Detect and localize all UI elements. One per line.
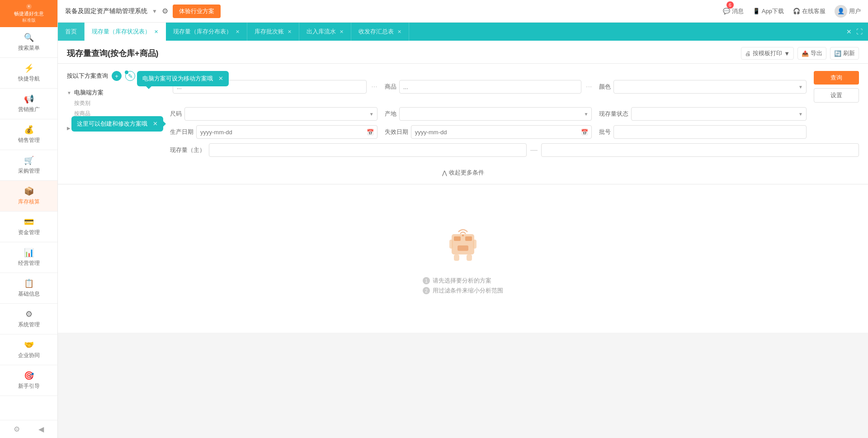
tooltip-1-text: 电脑方案可设为移动方案哦	[142, 75, 213, 82]
filter-label: 按以下方案查询	[67, 72, 108, 80]
tab-summary[interactable]: 收发存汇总表 ✕	[351, 23, 409, 41]
tab-home[interactable]: 首页	[58, 23, 85, 41]
origin-label: 产地	[385, 110, 396, 118]
sidebar-item-management[interactable]: 📊 经营管理	[0, 242, 57, 273]
collapse-label: 收起更多条件	[449, 169, 484, 177]
tab-flow-close[interactable]: ✕	[340, 29, 344, 35]
expiry-date-input[interactable]	[411, 125, 592, 139]
tooltip-1-close[interactable]: ✕	[218, 75, 223, 82]
print-label: 按模板打印	[753, 49, 782, 57]
stock-status-select[interactable]	[631, 107, 807, 121]
collapse-row[interactable]: ⋀ 收起更多条件	[67, 165, 859, 177]
sidebar-item-purchase[interactable]: 🛒 采购管理	[0, 150, 57, 181]
tab-inventory-status-close[interactable]: ✕	[154, 29, 158, 35]
dash-separator: —	[530, 146, 538, 154]
print-dropdown-icon: ▼	[784, 50, 790, 57]
empty-tip-2: 2 用过滤条件来缩小分析范围	[423, 287, 503, 295]
sidebar-item-inventory[interactable]: 📦 库存核算	[0, 181, 57, 212]
sidebar-item-marketing[interactable]: 📢 营销推广	[0, 89, 57, 119]
logo-badge: 标准版	[22, 17, 36, 24]
category-item-label: 按类别	[74, 99, 90, 107]
production-date-start[interactable]	[196, 125, 377, 139]
sidebar-item-basic-info[interactable]: 📋 基础信息	[0, 273, 57, 304]
refresh-icon: 🔄	[834, 50, 841, 57]
sidebar-collapse-icon[interactable]: ◀	[38, 425, 44, 433]
collapse-up-icon: ⋀	[442, 170, 447, 176]
sidebar-item-system[interactable]: ⚙ 系统管理	[0, 304, 57, 334]
experience-button[interactable]: 体验行业方案	[173, 5, 221, 18]
quick-nav-icon: ⚡	[24, 63, 34, 73]
tab-inventory-distribution[interactable]: 现存量（库存分布表） ✕	[166, 23, 247, 41]
logo-text: 畅捷通好生意	[14, 10, 44, 17]
print-button[interactable]: 🖨 按模板打印 ▼	[741, 47, 794, 60]
header-left: 装备及固定资产辅助管理系统 ▼ ⚙ 体验行业方案	[65, 5, 221, 18]
filter-stock-status: 现存量状态 ▼	[599, 107, 807, 121]
query-button[interactable]: 查询	[814, 71, 859, 85]
tabs-bar: 首页 现存量（库存状况表） ✕ 现存量（库存分布表） ✕ 库存批次账 ✕ 出入库…	[58, 23, 868, 41]
tab-inventory-distribution-close[interactable]: ✕	[236, 29, 240, 35]
tab-expand-icon[interactable]: ⛶	[856, 28, 863, 35]
filter-expiry-date: 失效日期 📅	[385, 125, 592, 139]
main-area: 装备及固定资产辅助管理系统 ▼ ⚙ 体验行业方案 💬 6 消息 📱 App下载 …	[58, 0, 868, 438]
sidebar-item-sales[interactable]: 💰 销售管理	[0, 119, 57, 150]
stock-main-start[interactable]	[209, 143, 527, 157]
add-scheme-button[interactable]: +	[112, 71, 122, 81]
refresh-button[interactable]: 🔄 刷新	[830, 47, 859, 60]
filter-size: 尺码 ▼	[170, 107, 377, 121]
inventory-icon: 📦	[24, 186, 34, 196]
header-settings-icon[interactable]: ⚙	[162, 7, 168, 15]
goods-dots[interactable]: ···	[586, 83, 592, 91]
filter-origin: 产地 ▼	[385, 107, 592, 121]
logo-icon: 6	[21, 4, 37, 9]
color-select-wrapper: ▼	[613, 80, 807, 94]
pc-scheme-label: 电脑端方案	[74, 89, 104, 97]
online-support-label: 在线客服	[802, 7, 826, 15]
tab-flow[interactable]: 出入库流水 ✕	[299, 23, 351, 41]
online-support-action[interactable]: 🎧 在线客服	[793, 7, 826, 15]
sidebar-item-enterprise[interactable]: 🤝 企业协同	[0, 334, 57, 365]
sidebar-item-guide[interactable]: 🎯 新手引导	[0, 365, 57, 396]
size-select[interactable]	[184, 107, 377, 121]
stock-status-select-wrapper: ▼	[631, 107, 807, 121]
tab-batch-account-close[interactable]: ✕	[288, 29, 292, 35]
page-title: 现存量查询(按仓库+商品)	[67, 48, 159, 59]
scheme-by-category[interactable]: 按类别	[74, 98, 162, 108]
tab-inventory-status[interactable]: 现存量（库存状况表） ✕	[85, 23, 166, 41]
stock-main-end[interactable]	[541, 143, 859, 157]
edit-icon: ✎	[128, 73, 133, 80]
calendar-icon-1[interactable]: 📅	[367, 129, 374, 136]
system-name: 装备及固定资产辅助管理系统	[65, 7, 147, 15]
filter-goods: 商品 ···	[385, 80, 592, 94]
user-action[interactable]: 👤 用户	[835, 5, 861, 18]
message-icon: 💬	[723, 8, 730, 14]
marketing-icon: 📢	[24, 94, 34, 104]
calendar-icon-2[interactable]: 📅	[581, 129, 588, 136]
warehouse-dots[interactable]: ···	[371, 83, 377, 91]
goods-input[interactable]	[399, 80, 581, 94]
svg-rect-6	[449, 240, 453, 249]
color-select[interactable]	[613, 80, 807, 94]
edit-scheme-button[interactable]: ✎	[125, 71, 135, 81]
sidebar-item-quick-nav[interactable]: ⚡ 快捷导航	[0, 58, 57, 89]
sidebar: 6 畅捷通好生意 标准版 🔍 搜索菜单 ⚡ 快捷导航 📢 营销推广 💰 销售管理…	[0, 0, 58, 438]
system-dropdown-icon[interactable]: ▼	[152, 8, 157, 14]
message-badge: 6	[726, 1, 734, 9]
sidebar-item-finance[interactable]: 💳 资金管理	[0, 212, 57, 242]
header-right: 💬 6 消息 📱 App下载 🎧 在线客服 👤 用户	[723, 5, 861, 18]
size-select-wrapper: ▼	[184, 107, 377, 121]
tab-close-all-icon[interactable]: ✕	[846, 28, 852, 35]
tab-summary-close[interactable]: ✕	[397, 29, 401, 35]
origin-select[interactable]	[399, 107, 592, 121]
export-button[interactable]: 📤 导出	[797, 47, 826, 60]
sidebar-settings-icon[interactable]: ⚙	[14, 425, 20, 433]
tab-batch-account[interactable]: 库存批次账 ✕	[247, 23, 299, 41]
batch-no-input[interactable]	[613, 125, 807, 139]
reset-button[interactable]: 设置	[814, 88, 859, 103]
purchase-icon: 🛒	[24, 155, 34, 165]
tooltip-2-close[interactable]: ✕	[153, 120, 158, 127]
app-download-action[interactable]: 📱 App下载	[753, 7, 784, 15]
sidebar-item-search[interactable]: 🔍 搜索菜单	[0, 27, 57, 58]
expiry-date-label: 失效日期	[385, 128, 408, 136]
filter-production-date: 生产日期 📅	[170, 125, 377, 139]
message-action[interactable]: 💬 6 消息	[723, 7, 744, 15]
